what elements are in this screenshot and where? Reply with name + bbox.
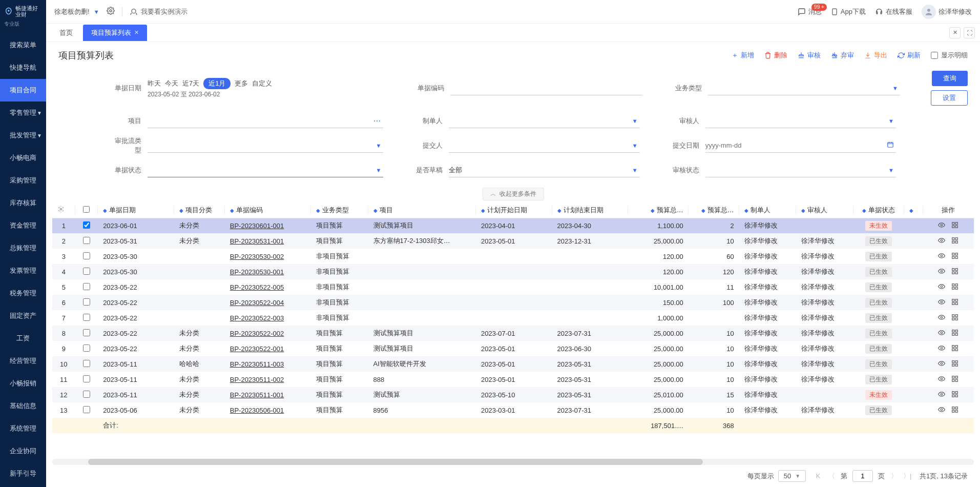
tabs-fullscreen-button[interactable]: ⛶ xyxy=(964,27,975,38)
doc-code-link[interactable]: BP-20230506-001 xyxy=(230,407,284,414)
doc-code-link[interactable]: BP-20230530-002 xyxy=(230,253,284,260)
col-sum2[interactable]: ◆预算总… xyxy=(689,202,739,218)
view-icon[interactable] xyxy=(937,314,946,322)
more-icon[interactable] xyxy=(951,237,959,245)
sidebar-item-3[interactable]: 零售管理▼ xyxy=(0,102,46,124)
view-icon[interactable] xyxy=(937,268,946,276)
date-chip-yesterday[interactable]: 昨天 xyxy=(148,79,161,88)
sidebar-item-17[interactable]: 系统管理 xyxy=(0,417,46,440)
sidebar-item-10[interactable]: 发票管理 xyxy=(0,259,46,282)
more-icon[interactable] xyxy=(951,221,959,230)
query-button[interactable]: 查询 xyxy=(932,71,968,86)
sidebar-item-5[interactable]: 小畅电商 xyxy=(0,147,46,169)
sidebar-item-1[interactable]: 快捷导航 xyxy=(0,56,46,79)
date-chip-custom[interactable]: 自定义 xyxy=(252,79,272,88)
doc-code-link[interactable]: BP-20230511-002 xyxy=(230,376,284,383)
page-input[interactable] xyxy=(852,470,873,482)
col-date[interactable]: ◆单据日期 xyxy=(98,202,174,218)
table-row[interactable]: 102023-05-11哈哈哈BP-20230511-003项目预算AI智能软硬… xyxy=(52,356,974,372)
column-settings-button[interactable] xyxy=(52,202,75,218)
page-last-button[interactable]: 〉| xyxy=(903,472,911,481)
view-icon[interactable] xyxy=(937,329,946,337)
more-icon[interactable] xyxy=(951,344,959,353)
col-code[interactable]: ◆单据编码 xyxy=(225,202,311,218)
select-all-checkbox[interactable] xyxy=(75,202,98,218)
filter-flowtype-select[interactable]: ▼ xyxy=(148,138,383,153)
sidebar-item-2[interactable]: 项目合同 xyxy=(0,79,46,102)
row-checkbox[interactable] xyxy=(75,402,98,418)
audit-button[interactable]: 审核 xyxy=(798,51,821,60)
app-download-button[interactable]: App下载 xyxy=(831,7,866,16)
page-size-select[interactable]: 50 ▼ xyxy=(778,470,806,482)
gear-icon[interactable] xyxy=(107,7,115,16)
date-chip-more[interactable]: 更多 xyxy=(235,79,248,88)
table-row[interactable]: 12023-06-01未分类BP-20230601-001项目预算测试预算项目2… xyxy=(52,218,974,233)
doc-code-link[interactable]: BP-20230601-001 xyxy=(230,222,284,230)
view-icon[interactable] xyxy=(937,375,946,383)
col-start[interactable]: ◆计划开始日期 xyxy=(476,202,552,218)
table-row[interactable]: 22023-05-31未分类BP-20230531-001项目预算东方塞纳17-… xyxy=(52,233,974,249)
table-row[interactable]: 52023-05-22BP-20230522-005非项目预算10,001.00… xyxy=(52,279,974,295)
filter-docstatus-select[interactable]: ▼ xyxy=(148,163,383,177)
view-icon[interactable] xyxy=(937,252,946,260)
more-icon[interactable] xyxy=(951,252,959,260)
col-category[interactable]: ◆项目分类 xyxy=(174,202,225,218)
filter-isdraft-select[interactable]: 全部▼ xyxy=(449,163,639,177)
page-prev-button[interactable]: 〈 xyxy=(827,472,836,481)
filter-submitter-select[interactable]: ▼ xyxy=(449,138,639,153)
doc-code-link[interactable]: BP-20230522-003 xyxy=(230,314,284,322)
abandon-button[interactable]: 弃审 xyxy=(831,51,854,60)
col-maker[interactable]: ◆制单人 xyxy=(739,202,796,218)
table-row[interactable]: 32023-05-30BP-20230530-002非项目预算120.0060徐… xyxy=(52,249,974,264)
user-menu[interactable]: 徐泽华修改 xyxy=(922,5,972,19)
service-button[interactable]: 在线客服 xyxy=(875,7,912,16)
row-checkbox[interactable] xyxy=(75,295,98,310)
sidebar-item-0[interactable]: 搜索菜单 xyxy=(0,34,46,56)
col-end[interactable]: ◆计划结束日期 xyxy=(552,202,629,218)
doc-code-link[interactable]: BP-20230522-001 xyxy=(230,345,284,353)
row-checkbox[interactable] xyxy=(75,249,98,264)
more-icon[interactable] xyxy=(951,298,959,307)
setting-button[interactable]: 设置 xyxy=(931,90,968,106)
doc-code-link[interactable]: BP-20230522-004 xyxy=(230,299,284,307)
account-switcher[interactable]: 徐老板勿删! ▼ xyxy=(54,7,99,16)
sidebar-item-6[interactable]: 采购管理 xyxy=(0,169,46,192)
col-sum1[interactable]: ◆预算总… xyxy=(628,202,689,218)
row-checkbox[interactable] xyxy=(75,341,98,356)
filter-doccode-input[interactable] xyxy=(450,81,642,95)
table-row[interactable]: 122023-05-11未分类BP-20230511-001项目预算测试预算20… xyxy=(52,387,974,402)
sidebar-item-14[interactable]: 经营管理 xyxy=(0,350,46,372)
delete-button[interactable]: 删除 xyxy=(764,51,787,60)
col-extra[interactable]: ◆ xyxy=(904,202,923,218)
demo-link[interactable]: 我要看实例演示 xyxy=(130,7,187,16)
sidebar-item-15[interactable]: 小畅报销 xyxy=(0,372,46,395)
refresh-button[interactable]: 刷新 xyxy=(898,51,921,60)
view-icon[interactable] xyxy=(937,237,946,245)
sidebar-item-9[interactable]: 总账管理 xyxy=(0,237,46,259)
date-chip-today[interactable]: 今天 xyxy=(165,79,178,88)
view-icon[interactable] xyxy=(937,283,946,291)
doc-code-link[interactable]: BP-20230522-005 xyxy=(230,283,284,291)
sidebar-item-11[interactable]: 税务管理 xyxy=(0,282,46,305)
tabs-close-all-button[interactable]: ✕ xyxy=(949,27,961,38)
more-icon[interactable] xyxy=(951,314,959,322)
page-first-button[interactable]: K xyxy=(814,472,822,480)
horizontal-scrollbar[interactable] xyxy=(52,459,974,465)
col-item[interactable]: ◆项目 xyxy=(368,202,476,218)
sidebar-item-16[interactable]: 基础信息 xyxy=(0,395,46,417)
row-checkbox[interactable] xyxy=(75,326,98,341)
sidebar-item-12[interactable]: 固定资产 xyxy=(0,305,46,327)
view-icon[interactable] xyxy=(937,360,946,368)
table-row[interactable]: 132023-05-06未分类BP-20230506-001项目预算895620… xyxy=(52,402,974,418)
row-checkbox[interactable] xyxy=(75,310,98,326)
show-detail-checkbox[interactable]: 显示明细 xyxy=(931,51,968,60)
table-row[interactable]: 62023-05-22BP-20230522-004非项目预算150.00100… xyxy=(52,295,974,310)
export-button[interactable]: 导出 xyxy=(864,51,887,60)
table-row[interactable]: 112023-05-11未分类BP-20230511-002项目预算888202… xyxy=(52,372,974,387)
sidebar-item-13[interactable]: 工资 xyxy=(0,327,46,350)
more-icon[interactable] xyxy=(951,375,959,383)
view-icon[interactable] xyxy=(937,344,946,353)
more-icon[interactable] xyxy=(951,406,959,414)
more-icon[interactable] xyxy=(951,391,959,399)
date-chip-1month[interactable]: 近1月 xyxy=(203,78,231,89)
